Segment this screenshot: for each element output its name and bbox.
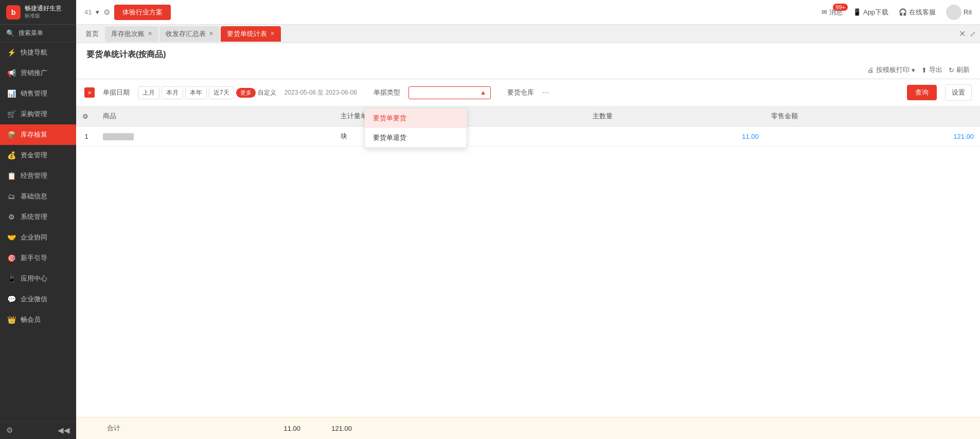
tabs-bar: 首页 库存批次账 ✕ 收发存汇总表 ✕ 要货单统计表 ✕ ✕ ⤢: [76, 25, 980, 43]
topbar-left: 41 ▾ ⚙ 体验行业方案: [84, 5, 171, 20]
sidebar-item-system[interactable]: ⚙ 系统管理: [0, 207, 76, 227]
topbar-right: ✉ 消息 99+ 📱 App下载 🎧 在线客服 Rit: [822, 5, 972, 20]
print-arrow-icon: ▾: [912, 66, 915, 74]
sidebar-search-label: 搜索菜单: [19, 29, 43, 38]
tab-close-icon[interactable]: ✕: [270, 30, 275, 37]
sidebar-item-member[interactable]: 👑 畅会员: [0, 309, 76, 330]
sidebar-item-inventory[interactable]: 📦 库存核算: [0, 124, 76, 145]
sidebar-item-appstore[interactable]: 📱 应用中心: [0, 268, 76, 289]
refresh-icon: ↻: [949, 66, 954, 74]
sidebar-item-label: 畅会员: [21, 315, 41, 324]
query-btn[interactable]: 查询: [907, 85, 937, 100]
sidebar-item-label: 新手引导: [21, 253, 47, 263]
table-row: 1 块 11.00 121.00: [76, 126, 980, 147]
dropdown-arrow-icon: ▾: [96, 8, 99, 16]
sidebar-item-wechat[interactable]: 💬 企业微信: [0, 289, 76, 309]
warehouse-filter-label: 要货仓库: [507, 88, 534, 97]
table-header-amount: 零售金额: [765, 106, 980, 126]
tab-label: 库存批次账: [111, 29, 145, 39]
amount-link[interactable]: 121.00: [953, 133, 974, 140]
phone-icon: 📱: [853, 8, 861, 16]
sidebar-logo: b 畅捷通好生意 标准版: [0, 0, 76, 25]
sidebar-item-label: 销售管理: [21, 89, 47, 98]
quick-nav-icon: ⚡: [6, 48, 16, 57]
table-footer: 合计 11.00 121.00: [76, 417, 980, 439]
close-all-tabs-icon[interactable]: ✕: [959, 29, 966, 39]
date-btn-7days[interactable]: 近7天: [209, 86, 234, 99]
messages-btn[interactable]: ✉ 消息 99+: [822, 8, 843, 17]
sidebar-item-basic[interactable]: 🗂 基础信息: [0, 186, 76, 207]
sidebar-item-marketing[interactable]: 📢 营销推广: [0, 63, 76, 83]
expand-tabs-icon[interactable]: ⤢: [970, 30, 976, 38]
online-service-btn[interactable]: 🎧 在线客服: [899, 8, 936, 17]
search-icon: 🔍: [6, 29, 14, 37]
tab-close-icon[interactable]: ✕: [209, 30, 213, 37]
export-btn[interactable]: ⬆ 导出: [921, 65, 942, 75]
footer-qty: 11.00: [204, 425, 307, 432]
date-btn-this-year[interactable]: 本年: [185, 86, 207, 99]
tab-close-icon[interactable]: ✕: [148, 30, 152, 37]
export-icon: ⬆: [921, 66, 927, 74]
content-area: 要货单统计表(按商品) 🖨 按模板打印 ▾ ⬆ 导出 ↻ 刷新 »: [76, 43, 980, 439]
sidebar-item-enterprise[interactable]: 🤝 企业协同: [0, 227, 76, 248]
sidebar-item-guide[interactable]: 🎯 新手引导: [0, 248, 76, 268]
sidebar-item-operation[interactable]: 📋 经营管理: [0, 166, 76, 186]
tab-receipt-summary[interactable]: 收发存汇总表 ✕: [159, 26, 220, 42]
purchase-icon: 🛒: [6, 110, 16, 118]
sidebar-item-label: 基础信息: [21, 192, 47, 201]
footer-amount: 121.00: [307, 425, 358, 432]
type-filter-select[interactable]: ​ ▲: [408, 86, 491, 99]
topbar-dropdown[interactable]: ▾: [96, 8, 99, 16]
sales-icon: 📊: [6, 89, 16, 98]
collapse-icon[interactable]: ◀◀: [58, 426, 70, 435]
product-placeholder: [103, 133, 134, 140]
topbar-gear-icon[interactable]: ⚙: [103, 8, 110, 17]
date-more-badge[interactable]: 更多: [236, 88, 256, 98]
table-header-row: ⚙ 商品 主计量单位 主数量 零售金额: [76, 106, 980, 126]
qty-link[interactable]: 11.00: [742, 133, 759, 140]
trial-btn[interactable]: 体验行业方案: [114, 5, 171, 20]
footer-total-label: 合计: [101, 424, 204, 433]
app-download-btn[interactable]: 📱 App下载: [853, 8, 888, 17]
user-name: Rit: [964, 8, 972, 16]
sidebar-item-label: 企业协同: [21, 233, 47, 242]
sidebar-item-sales[interactable]: 📊 销售管理: [0, 83, 76, 104]
row-amount: 121.00: [765, 126, 980, 147]
date-btn-last-month[interactable]: 上月: [138, 86, 159, 99]
sidebar-item-label: 资金管理: [21, 151, 47, 160]
page-header: 要货单统计表(按商品) 🖨 按模板打印 ▾ ⬆ 导出 ↻ 刷新: [76, 43, 980, 79]
service-icon: 🎧: [899, 8, 907, 16]
page-actions: 🖨 按模板打印 ▾ ⬆ 导出 ↻ 刷新: [86, 65, 970, 79]
wechat-icon: 💬: [6, 295, 16, 303]
app-download-label: App下载: [863, 8, 888, 17]
date-custom-btn[interactable]: 自定义: [258, 88, 276, 97]
table-header-gear[interactable]: ⚙: [76, 106, 97, 126]
filter-expand-btn[interactable]: »: [84, 87, 95, 98]
warehouse-more-icon[interactable]: ···: [542, 88, 549, 97]
print-template-btn[interactable]: 🖨 按模板打印 ▾: [867, 65, 915, 75]
enterprise-icon: 🤝: [6, 233, 16, 242]
tabs-right-controls: ✕ ⤢: [959, 29, 976, 39]
dropdown-item-order[interactable]: 要货单要货: [365, 108, 467, 128]
filter-bar: » 单据日期 上月 本月 本年 近7天 更多 自定义 2023-05-06 至 …: [76, 79, 980, 106]
tab-order-stats[interactable]: 要货单统计表 ✕: [221, 26, 281, 42]
refresh-label: 刷新: [956, 65, 970, 75]
settings-filter-btn[interactable]: 设置: [945, 84, 972, 101]
settings-icon[interactable]: ⚙: [6, 426, 13, 435]
page-title: 要货单统计表(按商品): [86, 49, 970, 60]
sidebar-search[interactable]: 🔍 搜索菜单: [0, 25, 76, 42]
sidebar-item-quick-nav[interactable]: ⚡ 快捷导航: [0, 42, 76, 63]
dropdown-item-return[interactable]: 要货单退货: [365, 128, 467, 148]
sidebar-item-label: 应用中心: [21, 274, 47, 283]
type-dropdown: 要货单要货 要货单退货: [364, 108, 467, 148]
tab-inventory-batch[interactable]: 库存批次账 ✕: [105, 26, 158, 42]
sidebar-item-finance[interactable]: 💰 资金管理: [0, 145, 76, 166]
refresh-btn[interactable]: ↻ 刷新: [949, 65, 970, 75]
export-label: 导出: [929, 65, 942, 75]
app-sub: 标准版: [25, 12, 62, 20]
date-btn-this-month[interactable]: 本月: [162, 86, 183, 99]
sidebar-item-purchase[interactable]: 🛒 采购管理: [0, 104, 76, 124]
app-logo-icon: b: [6, 5, 21, 20]
tab-home[interactable]: 首页: [80, 26, 104, 42]
user-avatar-btn[interactable]: Rit: [946, 5, 972, 20]
